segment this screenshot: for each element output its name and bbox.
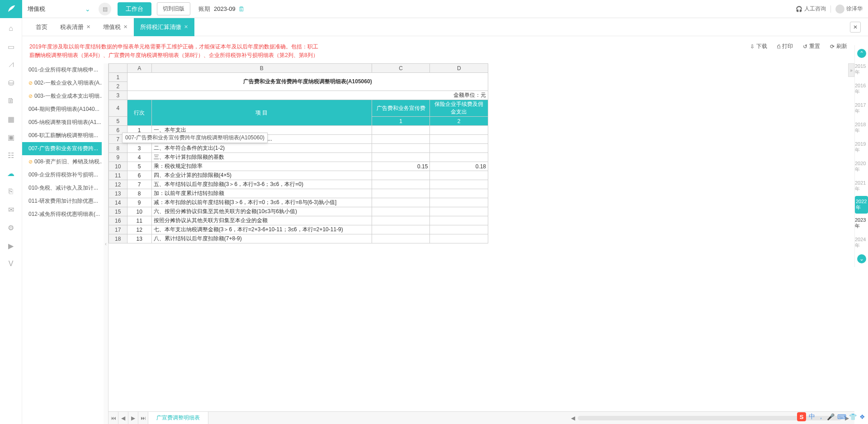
document-icon: ▤ bbox=[103, 6, 108, 12]
chevron-down-icon: ⌄ bbox=[85, 5, 90, 13]
tab[interactable]: 增值税✕ bbox=[97, 18, 134, 19]
app-logo[interactable] bbox=[0, 0, 22, 18]
feather-icon bbox=[7, 5, 16, 14]
tab[interactable]: 税表清册✕ bbox=[54, 18, 97, 19]
switch-old-button[interactable]: 切到旧版 bbox=[157, 2, 190, 15]
doc-icon-button[interactable]: ▤ bbox=[99, 3, 111, 15]
support-label: 人工咨询 bbox=[804, 5, 826, 13]
period-value: 2023-09 bbox=[214, 5, 236, 12]
top-header: 增值税 ⌄ ▤ 工作台 切到旧版 账期 2023-09 🗓 🎧 人工咨询 徐泽华 bbox=[0, 0, 868, 18]
module-dropdown[interactable]: 增值税 ⌄ bbox=[28, 5, 95, 13]
divider bbox=[830, 5, 831, 13]
username: 徐泽华 bbox=[846, 5, 863, 13]
calendar-icon[interactable]: 🗓 bbox=[238, 5, 245, 13]
tab[interactable]: 所得税汇算清缴✕ bbox=[134, 18, 194, 19]
header-right: 🎧 人工咨询 徐泽华 bbox=[796, 5, 863, 14]
support-link[interactable]: 🎧 人工咨询 bbox=[796, 5, 826, 13]
workbench-button[interactable]: 工作台 bbox=[118, 2, 151, 16]
tab[interactable]: 首页 bbox=[29, 18, 54, 19]
headset-icon: 🎧 bbox=[796, 6, 802, 12]
avatar bbox=[835, 5, 844, 14]
user-menu[interactable]: 徐泽华 bbox=[835, 5, 863, 14]
period-label: 账期 bbox=[198, 5, 210, 13]
module-dropdown-label: 增值税 bbox=[28, 5, 45, 13]
